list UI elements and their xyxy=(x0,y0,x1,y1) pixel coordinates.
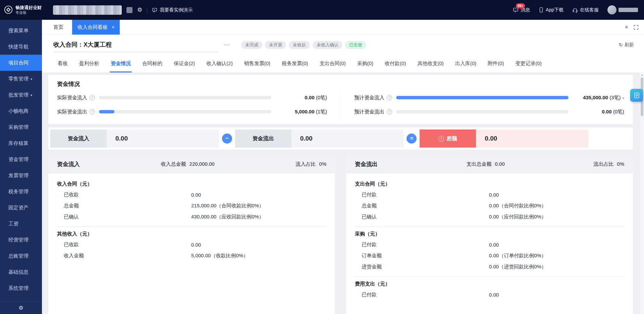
funds-grid: 实际资金流入 ? 0.00 (0笔) 实际资金流出 ? 5,000.00 (1笔… xyxy=(57,91,624,119)
purchase-group: 采购（元） 已付款0.00 订单金额0.00（订单付款比例0%） 进货金额0.0… xyxy=(355,231,624,272)
settings-gear-icon[interactable]: ⚙ xyxy=(137,6,142,13)
funds-row-label: 实际资金流出 xyxy=(57,109,87,115)
summary-outflow-value: 0.00 xyxy=(291,129,404,148)
tab-tax-invoice[interactable]: 税务发票(0) xyxy=(276,55,314,72)
messages-button[interactable]: 消息 99+ xyxy=(513,7,530,13)
outflow-panel: 资金流出 支出总金额0.00 流出占比0% 支出合同（元） 已付款0.00 总金… xyxy=(346,155,633,314)
user-account[interactable] xyxy=(607,5,638,14)
main-area: 首页 收入合同看板 × × 收入合同：X大厦工程 ⋯ 未完成 未开票 未收款 未… xyxy=(42,20,644,314)
detail-row: 已收款0.00 xyxy=(57,239,326,250)
expand-chevron-icon[interactable]: ▾ xyxy=(622,96,624,100)
sidebar-item-basic-info[interactable]: 基础信息 xyxy=(0,264,42,280)
funds-row-value: 0.00 (0笔) xyxy=(277,95,327,101)
demo-link-label: 我要看实例演示 xyxy=(160,7,193,13)
tab-payments[interactable]: 收付款(0) xyxy=(379,55,412,72)
sidebar-item-ecommerce[interactable]: 小畅电商 xyxy=(0,103,42,119)
summary-inflow-label: 资金流入 xyxy=(50,129,107,148)
tab-profit-analysis[interactable]: 盈利分析 xyxy=(73,55,105,72)
funds-row-label: 实际资金流入 xyxy=(57,95,87,101)
fullscreen-icon[interactable] xyxy=(634,25,639,30)
summary-strip: 资金流入 0.00 − 资金流出 0.00 = ! 差额 0.00 xyxy=(48,127,633,150)
sidebar-item-purchase[interactable]: 采购管理 xyxy=(0,119,42,135)
help-icon[interactable]: ? xyxy=(90,109,95,114)
help-icon[interactable]: ? xyxy=(90,95,95,100)
detail-row: 已确认430,000.00（应收回款比例0%） xyxy=(57,211,326,222)
sidebar-item-funds[interactable]: 资金管理 xyxy=(0,151,42,167)
tab-board[interactable]: 看板 xyxy=(52,55,73,72)
scroll-up-arrow-icon[interactable]: ▲ xyxy=(641,74,643,76)
topbar-divider xyxy=(147,7,147,13)
inflow-total: 收入总金额220,000.00 xyxy=(80,161,296,167)
sidebar-item-operation[interactable]: 经营管理 xyxy=(0,232,42,248)
progress-bar xyxy=(396,96,569,99)
tab-sales-invoice[interactable]: 销售发票(0) xyxy=(238,55,276,72)
avatar xyxy=(607,5,616,14)
online-service-button[interactable]: 在线客服 xyxy=(572,7,599,13)
tab-income-contract-dashboard[interactable]: 收入合同看板 × xyxy=(72,20,120,35)
more-options-icon[interactable]: ⋯ xyxy=(224,41,230,49)
tab-purchase[interactable]: 采购(0) xyxy=(352,55,379,72)
tab-funds-status[interactable]: 资金情况 xyxy=(105,55,137,72)
tab-expense-contract[interactable]: 支出合同(0) xyxy=(314,55,351,72)
sidebar-item-inventory[interactable]: 库存核算 xyxy=(0,135,42,151)
inflow-panel: 资金流入 收入总金额220,000.00 流入占比0% 收入合同（元） 已收款0… xyxy=(48,155,335,314)
redacted-small-button[interactable] xyxy=(126,7,132,13)
summary-inflow-value: 0.00 xyxy=(107,129,219,148)
detail-row: 进货金额0.00（进货回款比例0%） xyxy=(355,261,624,272)
status-badges: 未完成 未开票 未收款 未收入确认 已生效 xyxy=(241,41,366,49)
progress-bar xyxy=(99,96,271,99)
sidebar-item-system[interactable]: 系统管理 xyxy=(0,280,42,296)
help-icon[interactable]: ? xyxy=(387,109,392,114)
inflow-panel-body: 收入合同（元） 已收款0.00 总金额215,000.00（合同收款比例0%） … xyxy=(48,173,335,265)
app-download-button[interactable]: App下载 xyxy=(539,7,564,13)
brand-edition: 专业版 xyxy=(15,10,42,15)
close-all-icon[interactable]: × xyxy=(625,24,628,31)
tab-close-icon[interactable]: × xyxy=(112,24,114,30)
sidebar-item-retail[interactable]: 零售管理▾ xyxy=(0,71,42,87)
floating-helper-button[interactable] xyxy=(630,89,643,102)
sidebar-item-fixed-assets[interactable]: 固定资产 xyxy=(0,200,42,216)
funds-row-value: 435,000.00 (3笔)▾ xyxy=(574,95,624,101)
funds-col-actual: 实际资金流入 ? 0.00 (0笔) 实际资金流出 ? 5,000.00 (1笔… xyxy=(57,91,340,119)
group-divider xyxy=(57,226,326,227)
tab-stock-in-out[interactable]: 出入库(0) xyxy=(449,55,482,72)
detail-row: 总金额215,000.00（合同收款比例0%） xyxy=(57,200,326,211)
refresh-button[interactable]: ↻ 刷新 xyxy=(619,42,634,48)
detail-tabs: 看板 盈利分析 资金情况 合同标的 保证金(2) 收入确认(2) 销售发票(0)… xyxy=(42,55,644,73)
demo-link[interactable]: 我要看实例演示 xyxy=(152,7,193,13)
tab-deposit[interactable]: 保证金(2) xyxy=(168,55,201,72)
progress-bar xyxy=(396,110,569,113)
sidebar-item-project-contract[interactable]: 项目合同 xyxy=(0,55,42,71)
summary-inflow-segment: 资金流入 0.00 xyxy=(50,129,219,148)
status-badge-unreceived: 未收款 xyxy=(289,41,310,49)
sidebar-item-wholesale[interactable]: 批发管理▾ xyxy=(0,87,42,103)
vertical-scrollbar[interactable]: ▲ xyxy=(640,73,644,314)
redacted-company-selector[interactable] xyxy=(53,5,122,15)
sidebar-item-search-menu[interactable]: 搜索菜单 xyxy=(0,22,42,39)
group-divider xyxy=(355,276,624,277)
tab-income-confirm[interactable]: 收入确认(2) xyxy=(201,55,238,72)
sidebar-item-salary[interactable]: 工资 xyxy=(0,216,42,232)
sidebar-settings-gear-icon[interactable]: ⚙ xyxy=(0,301,42,314)
sidebar-item-quick-nav[interactable]: 快捷导航 xyxy=(0,39,42,55)
sidebar-item-general-ledger[interactable]: 总账管理 xyxy=(0,248,42,264)
tab-label: 收入合同看板 xyxy=(77,24,108,31)
headset-icon xyxy=(572,7,578,13)
sidebar-item-invoice[interactable]: 发票管理 xyxy=(0,167,42,184)
funds-row-actual-outflow: 实际资金流出 ? 5,000.00 (1笔) xyxy=(57,105,327,119)
tab-other-income-expense[interactable]: 其他收支(0) xyxy=(412,55,449,72)
sidebar-item-tax[interactable]: 税务管理 xyxy=(0,184,42,200)
tab-contract-subject[interactable]: 合同标的 xyxy=(137,55,168,72)
funds-row-value: 5,000.00 (1笔) xyxy=(277,109,327,115)
help-icon[interactable]: ? xyxy=(387,95,392,100)
warning-icon: ! xyxy=(438,136,444,142)
detail-row: 已付款0.00 xyxy=(355,189,624,200)
tab-change-log[interactable]: 变更记录(0) xyxy=(509,55,547,72)
funds-row-label: 预计资金流出 xyxy=(354,109,384,115)
sidebar: 搜索菜单 快捷导航 项目合同 零售管理▾ 批发管理▾ 小畅电商 采购管理 库存核… xyxy=(0,20,42,314)
tab-attachments[interactable]: 附件(0) xyxy=(482,55,509,72)
tab-home[interactable]: 首页 xyxy=(42,20,72,35)
chevron-down-icon: ▾ xyxy=(31,93,32,97)
funds-row-value: 0.00 (0笔) xyxy=(574,109,624,115)
summary-outflow-label: 资金流出 xyxy=(235,129,291,148)
